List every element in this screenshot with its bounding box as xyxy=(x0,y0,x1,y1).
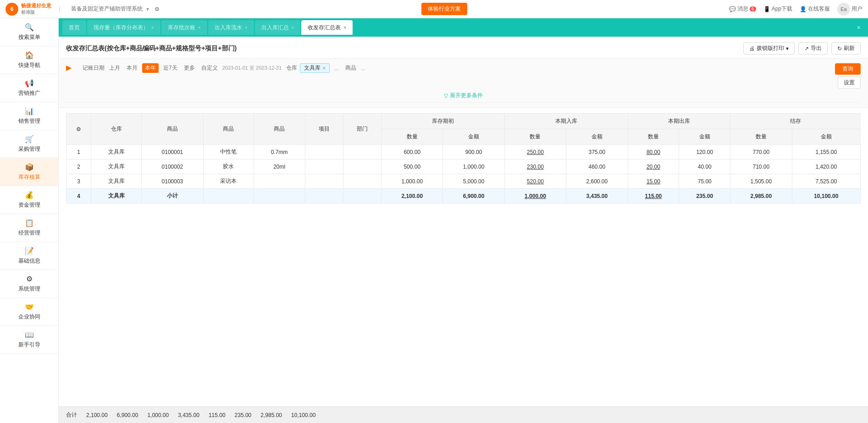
settings-icon[interactable]: ⚙ xyxy=(155,6,160,12)
tab-stock-distribution-close[interactable]: × xyxy=(151,25,154,30)
tab-in-out-flow[interactable]: 出入库流水 × xyxy=(208,20,254,35)
th-settings[interactable]: ⚙ xyxy=(66,114,91,145)
tab-batch-account-close[interactable]: × xyxy=(198,25,201,30)
cell-in-amt-2: 460.00 xyxy=(566,159,628,174)
cell-subtotal-out-qty[interactable]: 115.00 xyxy=(628,189,679,203)
close-all-btn[interactable]: × xyxy=(853,24,864,31)
app-download-btn[interactable]: 📱 App下载 xyxy=(763,5,792,13)
sidebar-item-operations[interactable]: 📋 经营管理 xyxy=(0,214,58,242)
cell-in-qty-2[interactable]: 230.00 xyxy=(504,159,566,174)
cell-subtotal-warehouse: 文具库 xyxy=(91,189,141,203)
bottom-total: 2,100.00 6,900.00 1,000.00 3,435.00 115.… xyxy=(86,412,315,418)
sidebar-item-sales[interactable]: 📊 销售管理 xyxy=(0,102,58,130)
cell-subtotal-bal-amt: 10,100.00 xyxy=(792,189,860,203)
sidebar-item-purchase[interactable]: 🛒 采购管理 xyxy=(0,130,58,158)
user-area[interactable]: Ea 用户 xyxy=(837,3,862,16)
sidebar-label-search: 搜索菜单 xyxy=(18,33,40,41)
tab-receive-send-summary-close[interactable]: × xyxy=(343,25,346,30)
sidebar-item-basic-info[interactable]: 📝 基础信息 xyxy=(0,242,58,270)
filter-collapse-btn[interactable]: ▶ xyxy=(66,63,72,72)
warehouse-tag-close[interactable]: × xyxy=(322,65,326,71)
sidebar-label-sales: 销售管理 xyxy=(18,117,40,125)
date-tab-7days[interactable]: 近7天 xyxy=(161,63,179,73)
refresh-button[interactable]: ↻ 刷新 xyxy=(831,42,861,55)
filter-section: ▶ 记账日期 上月 本月 本年 近7天 更多 xyxy=(59,59,868,108)
date-tab-this-year[interactable]: 本年 xyxy=(142,63,159,73)
table-settings-icon[interactable]: ⚙ xyxy=(76,126,81,132)
warehouse-tag[interactable]: 文具库 × xyxy=(300,63,330,73)
sidebar-item-enterprise[interactable]: 🤝 企业协同 xyxy=(0,298,58,326)
experience-button[interactable]: 体验行业方案 xyxy=(421,3,467,15)
cell-in-qty-3[interactable]: 520.00 xyxy=(504,174,566,189)
date-tab-more[interactable]: 更多 xyxy=(182,63,197,73)
total-open-qty: 2,100.00 xyxy=(86,412,108,418)
cell-in-qty-1[interactable]: 250.00 xyxy=(504,145,566,159)
cell-out-qty-2[interactable]: 20.00 xyxy=(628,159,679,174)
tab-home[interactable]: 首页 xyxy=(62,20,86,35)
cell-bal-qty-3: 1,505.00 xyxy=(730,174,792,189)
app-name: 畅捷通好生意 xyxy=(21,2,51,9)
th-bal-amt: 金额 xyxy=(792,129,860,145)
cell-out-qty-1[interactable]: 80.00 xyxy=(628,145,679,159)
query-button[interactable]: 查询 xyxy=(835,63,861,75)
sidebar-item-system[interactable]: ⚙ 系统管理 xyxy=(0,270,58,298)
tab-in-out-flow-close[interactable]: × xyxy=(245,25,248,30)
online-service-btn[interactable]: 👤 在线客服 xyxy=(800,5,830,13)
settings-button[interactable]: 设置 xyxy=(838,77,861,89)
cell-subtotal-in-qty[interactable]: 1,000.00 xyxy=(504,189,566,203)
th-bal-qty: 数量 xyxy=(730,129,792,145)
cell-spec-2: 20ml xyxy=(254,159,305,174)
tab-in-out-summary[interactable]: 出入库汇总 × xyxy=(255,20,301,35)
cell-bal-qty-1: 770.00 xyxy=(730,145,792,159)
tab-batch-account-label: 库存批次账 xyxy=(168,24,195,32)
cell-subtotal-in-amt: 3,435.00 xyxy=(566,189,628,203)
top-bar-left: 6 畅捷通好生意 标准版 | 装备及固定资产辅助管理系统 ▾ ⚙ xyxy=(6,2,160,16)
date-tab-custom[interactable]: 自定义 xyxy=(199,63,220,73)
tab-stock-distribution-label: 现存量（库存分布表） xyxy=(94,24,149,32)
sidebar-label-inventory: 库存核算 xyxy=(18,173,40,181)
cell-out-qty-3[interactable]: 15.00 xyxy=(628,174,679,189)
print-dropdown-icon: ▾ xyxy=(786,45,789,52)
total-out-amt: 235.00 xyxy=(235,412,252,418)
cell-subtotal-label: 小计 xyxy=(142,189,203,203)
sidebar-item-inventory[interactable]: 📦 库存核算 xyxy=(0,158,58,186)
tab-batch-account[interactable]: 库存批次账 × xyxy=(161,20,207,35)
sidebar-item-search[interactable]: 🔍 搜索菜单 xyxy=(0,18,58,46)
warehouse-label: 仓库 xyxy=(286,64,297,72)
filter-main-row: ▶ 记账日期 上月 本月 本年 近7天 更多 xyxy=(66,63,861,89)
sidebar-item-guide[interactable]: 📖 新手引导 xyxy=(0,326,58,354)
sidebar-item-finance[interactable]: 💰 资金管理 xyxy=(0,186,58,214)
cell-subtotal-empty1 xyxy=(203,189,254,203)
expand-more-btn[interactable]: ▽ 展开更多条件 xyxy=(444,92,483,99)
sidebar: 🔍 搜索菜单 🏠 快捷导航 📢 营销推广 📊 销售管理 🛒 采购管理 📦 xyxy=(0,18,59,423)
chart-icon: 📊 xyxy=(25,107,34,115)
warehouse-tag-text: 文具库 xyxy=(304,64,321,72)
export-button[interactable]: ↗ 导出 xyxy=(798,42,828,55)
date-tab-last-month[interactable]: 上月 xyxy=(107,63,122,73)
th-in-qty: 数量 xyxy=(504,129,566,145)
goods-ellipsis[interactable]: ... xyxy=(359,65,367,71)
sidebar-item-marketing[interactable]: 📢 营销推广 xyxy=(0,74,58,102)
th-out: 本期出库 xyxy=(628,114,730,129)
expand-icon: ▽ xyxy=(444,93,448,99)
warehouse-field-group: 仓库 文具库 × ... xyxy=(286,63,341,73)
date-tab-this-month[interactable]: 本月 xyxy=(125,63,139,73)
megaphone-icon: 📢 xyxy=(25,79,34,88)
message-btn[interactable]: 💬 消息 6 xyxy=(729,5,756,13)
logo-icon: 6 xyxy=(6,3,18,16)
sidebar-label-finance: 资金管理 xyxy=(18,201,40,209)
app-edition: 标准版 xyxy=(21,9,51,16)
query-buttons: 查询 设置 xyxy=(835,63,861,89)
home-icon: 🏠 xyxy=(25,51,34,60)
export-icon: ↗ xyxy=(804,45,809,52)
tab-receive-send-summary[interactable]: 收发存汇总表 × xyxy=(301,20,353,35)
total-in-qty: 1,000.00 xyxy=(147,412,169,418)
warehouse-ellipsis[interactable]: ... xyxy=(332,65,341,71)
tab-in-out-summary-close[interactable]: × xyxy=(292,25,294,30)
sidebar-item-quick-nav[interactable]: 🏠 快捷导航 xyxy=(0,46,58,74)
print-button[interactable]: 🖨 拨锁版打印 ▾ xyxy=(743,42,795,55)
th-department: 部门 xyxy=(343,114,381,145)
tab-stock-distribution[interactable]: 现存量（库存分布表） × xyxy=(87,20,160,35)
th-goods-name: 商品 xyxy=(203,114,254,145)
dropdown-icon[interactable]: ▾ xyxy=(146,6,149,12)
